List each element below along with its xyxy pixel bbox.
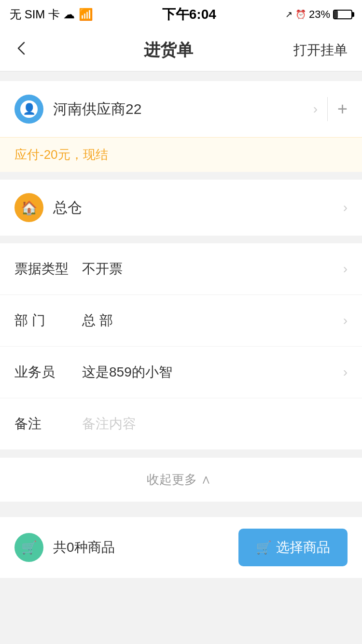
warehouse-icon-wrap: 🏠 [14,193,43,222]
page-background [0,578,362,644]
warehouse-icon: 🏠 [21,200,38,216]
supplier-avatar: 👤 [14,95,43,124]
goods-count: 共0种商品 [53,538,238,557]
salesperson-label: 业务员 [14,363,82,381]
top-spacer [0,71,362,81]
department-chevron-icon: › [343,313,348,328]
person-icon: 👤 [23,103,36,115]
form-section: 票据类型 不开票 › 部 门 总 部 › 业务员 这是859的小智 › 备注 备… [0,243,362,449]
supplier-chevron-icon: › [313,101,318,117]
goods-icon: 🛒 [21,540,37,555]
supplier-name: 河南供应商22 [53,99,313,119]
avatar-inner: 👤 [20,100,38,118]
salesperson-value: 这是859的小智 [82,363,338,381]
select-goods-button[interactable]: 🛒 选择商品 [238,529,348,566]
status-bar: 无 SIM 卡 ☁ 📶 下午6:04 ↗ ⏰ 23% [0,0,362,29]
status-right: ↗ ⏰ 23% [285,8,352,21]
supplier-row[interactable]: 👤 河南供应商22 › + [0,81,362,137]
supplier-section: 👤 河南供应商22 › + 应付-20元，现结 [0,81,362,172]
section-gap-1 [0,172,362,180]
back-button[interactable] [14,38,43,63]
goods-icon-wrap: 🛒 [14,533,43,562]
status-time: 下午6:04 [162,5,216,24]
collapse-label: 收起更多 ∧ [147,471,211,488]
remark-label: 备注 [14,415,82,433]
alarm-icon: ⏰ [295,9,306,20]
open-pending-button[interactable]: 打开挂单 [293,41,348,59]
add-supplier-button[interactable]: + [337,99,348,119]
warehouse-section: 🏠 总仓 › [0,180,362,236]
sim-label: 无 SIM 卡 ☁ [10,7,75,22]
select-goods-label: 选择商品 [276,538,330,557]
wifi-icon: 📶 [79,8,93,21]
select-goods-icon: 🛒 [256,540,271,555]
invoice-type-value: 不开票 [82,260,338,278]
department-label: 部 门 [14,311,82,330]
notice-bar: 应付-20元，现结 [0,137,362,172]
section-gap-2 [0,502,362,509]
page-title: 进货单 [144,39,193,61]
department-value: 总 部 [82,311,338,330]
department-row[interactable]: 部 门 总 部 › [0,295,362,347]
remark-row[interactable]: 备注 备注内容 [0,398,362,449]
status-left: 无 SIM 卡 ☁ 📶 [10,7,93,22]
nav-bar: 进货单 打开挂单 [0,29,362,71]
remark-placeholder: 备注内容 [82,415,348,433]
warehouse-chevron-icon: › [343,200,348,215]
battery-label: 23% [309,8,330,21]
bottom-bar: 🛒 共0种商品 🛒 选择商品 [0,517,362,578]
invoice-chevron-icon: › [343,261,348,277]
invoice-type-row[interactable]: 票据类型 不开票 › [0,243,362,295]
vertical-divider [327,97,328,121]
salesperson-row[interactable]: 业务员 这是859的小智 › [0,347,362,398]
salesperson-chevron-icon: › [343,364,348,380]
location-icon: ↗ [285,9,292,20]
warehouse-row[interactable]: 🏠 总仓 › [0,180,362,236]
battery-icon [333,10,352,19]
invoice-type-label: 票据类型 [14,260,82,278]
notice-text: 应付-20元，现结 [14,147,108,162]
warehouse-label: 总仓 [53,198,343,218]
collapse-row[interactable]: 收起更多 ∧ [0,457,362,502]
